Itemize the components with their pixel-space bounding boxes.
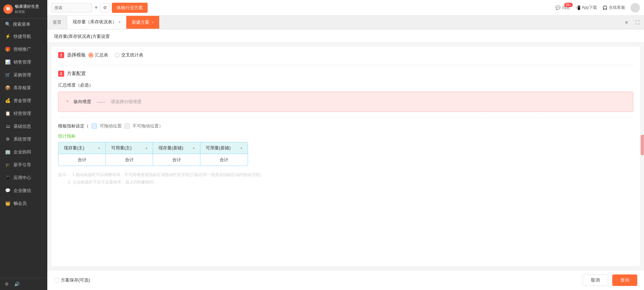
sidebar-logo: 畅 畅康通好生意 标准版 xyxy=(0,0,47,19)
sidebar-item-marketing[interactable]: 🎁 营销推广 xyxy=(0,43,47,56)
search-icon: 🔍 xyxy=(5,21,11,27)
dimension-row: * 纵向维度 —— 请选择分组维度 xyxy=(67,99,625,105)
template-section: 1 选择模板 汇总表 交叉统计表 xyxy=(58,52,633,58)
stats-data-row: 合计 合计 合计 合计 xyxy=(58,154,248,166)
money-icon: 💰 xyxy=(5,98,11,104)
chevron-down-icon-col2: ▾ xyxy=(146,146,147,150)
non-draggable-badge xyxy=(124,123,130,129)
sidebar-item-search[interactable]: 🔍 搜索菜单 xyxy=(0,19,47,30)
section1-header: 1 选择模板 汇总表 交叉统计表 xyxy=(58,52,633,58)
lightning-icon: ⚡ xyxy=(5,33,11,40)
section1-num: 1 xyxy=(58,52,64,58)
sidebar-item-member[interactable]: 👑 畅会员 xyxy=(0,197,47,210)
stats-header-col4[interactable]: 可用量(基辅) ▾ xyxy=(200,142,248,154)
sidebar-item-sales[interactable]: 📊 销售管理 xyxy=(0,56,47,69)
phone-icon: 📱 xyxy=(5,175,11,181)
tab-collapse-icon[interactable]: ✕ xyxy=(622,18,630,26)
scheme-panel: 1 选择模板 汇总表 交叉统计表 xyxy=(51,47,640,266)
sidebar-item-newbie[interactable]: 🎓 新手引导 xyxy=(0,159,47,171)
gear-icon: ⚙ xyxy=(5,136,11,142)
chevron-down-icon-col1: ▾ xyxy=(98,146,100,150)
app-name: 畅康通好生意 xyxy=(15,4,39,9)
stats-header-col2[interactable]: 可用量(主) ▾ xyxy=(106,142,153,154)
dropdown-arrow-icon[interactable]: ▼ xyxy=(94,5,98,10)
stats-data-col1: 合计 xyxy=(58,154,106,166)
checkbox-icon xyxy=(54,278,59,283)
footer-actions: 取消 查询 xyxy=(583,274,637,286)
config-section: 2 方案配置 汇总维度（必选） * 纵向维度 —— 请选择分组维度 xyxy=(58,71,633,186)
cancel-button[interactable]: 取消 xyxy=(583,274,608,286)
tab-inventory[interactable]: 现存量（库存状况表） × xyxy=(67,16,126,29)
chevron-down-icon-col3: ▾ xyxy=(193,146,195,150)
query-button[interactable]: 查询 xyxy=(612,274,637,286)
template-radio-group: 汇总表 交叉统计表 xyxy=(89,52,143,58)
sidebar-item-inventory[interactable]: 📦 库存核算 xyxy=(0,81,47,94)
settings-icon[interactable]: ⚙ xyxy=(5,282,9,287)
topbar-search-input[interactable] xyxy=(51,3,92,13)
sidebar-item-quick-nav[interactable]: ⚡ 快捷导航 xyxy=(0,30,47,43)
save-checkbox[interactable]: 方案保存(可选) xyxy=(54,277,90,283)
right-edge-bar xyxy=(641,135,644,155)
sidebar-item-company[interactable]: 🏢 企业协同 xyxy=(0,146,47,159)
stats-data-col2: 合计 xyxy=(106,154,153,166)
tabs-bar: 首页 现存量（库存状况表） × 新建方案 × ✕ ⛶ xyxy=(47,16,644,29)
radio-cross[interactable]: 交叉统计表 xyxy=(115,52,143,58)
radio-summary[interactable]: 汇总表 xyxy=(89,52,108,58)
building-icon: 🏢 xyxy=(5,149,11,155)
tab-new-scheme[interactable]: 新建方案 × xyxy=(126,16,159,29)
sidebar-item-purchase[interactable]: 🛒 采购管理 xyxy=(0,69,47,81)
box-icon: 📦 xyxy=(5,85,11,91)
sidebar-item-finance[interactable]: 💰 资金管理 xyxy=(0,94,47,107)
stats-header-row: 现存量(主) ▾ 可用量(主) ▾ 现存量(基辅) ▾ xyxy=(58,142,248,154)
logo-icon: 畅 xyxy=(3,4,13,14)
tab-inventory-close[interactable]: × xyxy=(119,20,121,24)
stats-header-col1[interactable]: 现存量(主) ▾ xyxy=(58,142,106,154)
topbar: ▼ ⚙ 体验行业方案 💬 消息 99+ 📲 App下载 🎧 在线客服 xyxy=(47,0,644,16)
sidebar-item-operations[interactable]: 📋 经营管理 xyxy=(0,107,47,120)
page-title: 现存量(库存状况表)方案设置 xyxy=(47,29,644,43)
section2-num: 2 xyxy=(58,71,64,77)
sidebar-item-basic-info[interactable]: 🗂 基础信息 xyxy=(0,120,47,133)
topbar-left: ▼ ⚙ 体验行业方案 xyxy=(51,3,553,13)
radio-summary-circle xyxy=(89,53,93,57)
aggregate-label: 汇总维度（必选） xyxy=(58,82,633,88)
stats-data-col4: 合计 xyxy=(200,154,248,166)
content-area: 现存量(库存状况表)方案设置 1 选择模板 汇总表 交叉统计表 xyxy=(47,29,644,290)
experience-btn[interactable]: 体验行业方案 xyxy=(112,3,148,13)
section1-title: 选择模板 xyxy=(67,52,86,58)
non-draggable-label: 不可拖动位置） xyxy=(132,123,163,129)
stats-header-col3[interactable]: 现存量(基辅) ▾ xyxy=(153,142,200,154)
section2-header: 2 方案配置 xyxy=(58,71,633,77)
dimension-placeholder[interactable]: 请选择分组维度 xyxy=(111,99,142,105)
tip-item-2: 2. 点击标题栏下拉可设置排序、插入列和删除列 xyxy=(58,179,633,186)
tab-home[interactable]: 首页 xyxy=(47,16,67,29)
tab-new-scheme-close[interactable]: × xyxy=(151,20,153,24)
stats-label: 统计指标 xyxy=(58,133,633,139)
online-service-btn[interactable]: 🎧 在线客服 xyxy=(602,5,625,10)
sidebar-item-system[interactable]: ⚙ 系统管理 xyxy=(0,133,47,146)
stats-section: 统计指标 现存量(主) ▾ 可用量(主) ▾ xyxy=(58,133,633,166)
draggable-badge xyxy=(92,123,97,129)
speaker-icon[interactable]: 🔊 xyxy=(14,282,20,287)
message-btn[interactable]: 💬 消息 99+ xyxy=(555,5,570,10)
dimension-area: * 纵向维度 —— 请选择分组维度 xyxy=(58,92,633,112)
sidebar: 畅 畅康通好生意 标准版 🔍 搜索菜单 ⚡ 快捷导航 🎁 营销推广 📊 销售管理… xyxy=(0,0,47,290)
tab-expand-icon[interactable]: ⛶ xyxy=(633,18,641,26)
divider2 xyxy=(58,117,633,118)
indicator-section: 模板指标设定（ 可拖动位置 不可拖动位置） xyxy=(58,123,633,129)
section2-title: 方案配置 xyxy=(67,71,86,77)
folder-icon: 🗂 xyxy=(5,123,11,129)
dimension-dash: —— xyxy=(97,99,105,104)
required-mark: * xyxy=(67,99,68,104)
headset-icon: 🎧 xyxy=(602,5,608,10)
sidebar-item-app-center[interactable]: 📱 应用中心 xyxy=(0,171,47,184)
chat-icon: 💬 xyxy=(5,188,11,194)
cart-icon: 🛒 xyxy=(5,72,11,78)
footer-bar: 方案保存(可选) 取消 查询 xyxy=(47,270,644,290)
draggable-label: 可拖动位置 xyxy=(100,123,122,129)
settings-gear-icon[interactable]: ⚙ xyxy=(100,3,110,13)
user-avatar[interactable] xyxy=(630,3,640,13)
app-download-btn[interactable]: 📲 App下载 xyxy=(575,5,597,10)
sidebar-item-wechat[interactable]: 💬 企业微信 xyxy=(0,184,47,197)
graduation-icon: 🎓 xyxy=(5,162,11,168)
